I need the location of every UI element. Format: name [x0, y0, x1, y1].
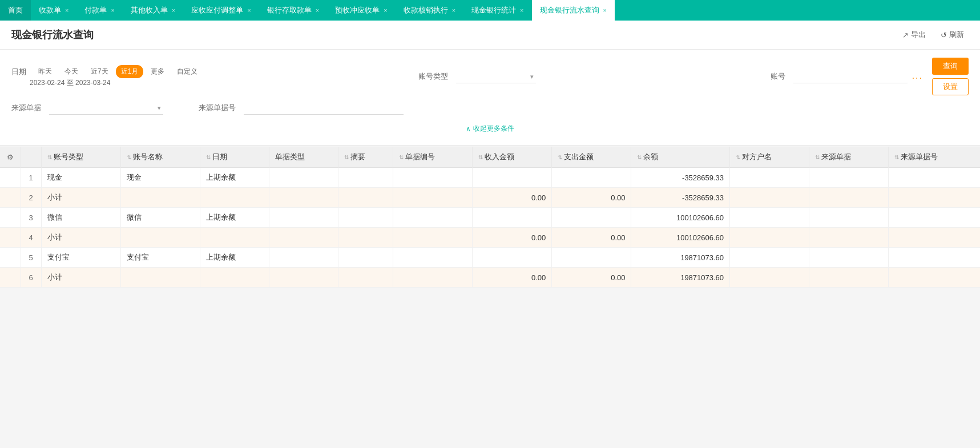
col-date[interactable]: ⇅ 日期	[200, 147, 269, 168]
more-dots-btn[interactable]: ···	[912, 73, 923, 83]
sort-icon: ⇅	[558, 154, 562, 160]
nav-collection-verify[interactable]: 收款核销执行 ×	[396, 0, 463, 21]
source-doc-select-wrapper: ▾	[49, 101, 163, 115]
table-header-row: ⚙ ⇅ 账号类型 ⇅ 账号名称 ⇅	[0, 147, 980, 168]
col-expend[interactable]: ⇅ 支出金额	[552, 147, 631, 168]
date-range-text: 2023-02-24 至 2023-03-24	[30, 79, 110, 87]
account-type-group: 账号类型 现金 微信 支付宝 银行 ▾	[418, 70, 555, 83]
nav-cash-bank-stats[interactable]: 现金银行统计 ×	[463, 0, 531, 21]
nav-payment[interactable]: 付款单 ×	[76, 0, 122, 21]
nav-other-income[interactable]: 其他收入单 ×	[123, 0, 183, 21]
action-buttons: 查询 设置	[932, 58, 969, 95]
source-doc-group: 来源单据 ▾	[11, 101, 171, 115]
col-row-num	[21, 147, 41, 168]
date-btn-7days[interactable]: 近7天	[86, 65, 114, 78]
col-source-doc[interactable]: ⇅ 来源单据	[809, 147, 889, 168]
col-balance[interactable]: ⇅ 余额	[631, 147, 730, 168]
filter-row-source: 来源单据 ▾ 来源单据号	[11, 101, 969, 115]
sort-icon: ⇅	[344, 154, 349, 160]
col-income[interactable]: ⇅ 收入金额	[473, 147, 552, 168]
nav-cash-bank-flow[interactable]: 现金银行流水查询 ×	[532, 0, 615, 21]
col-doc-type: 单据类型	[269, 147, 338, 168]
col-settings[interactable]: ⚙	[0, 147, 21, 168]
sort-icon: ⇅	[399, 154, 404, 160]
close-icon[interactable]: ×	[452, 0, 455, 21]
date-btn-yesterday[interactable]: 昨天	[33, 65, 57, 78]
collapse-bar[interactable]: ∧ 收起更多条件	[11, 120, 969, 137]
page-title: 现金银行流水查询	[11, 28, 94, 42]
page-header: 现金银行流水查询 ↗ 导出 ↺ 刷新	[0, 21, 980, 50]
col-counterpart[interactable]: ⇅ 对方户名	[730, 147, 809, 168]
date-section: 日期 昨天 今天 近7天 近1月 更多 自定义 2023-02-24 至 202…	[11, 65, 203, 88]
header-actions: ↗ 导出 ↺ 刷新	[898, 27, 969, 42]
date-label: 日期	[11, 67, 26, 77]
date-buttons: 昨天 今天 近7天 近1月 更多 自定义	[33, 65, 203, 78]
close-icon[interactable]: ×	[111, 0, 114, 21]
source-doc-select[interactable]	[49, 101, 163, 115]
col-account-type[interactable]: ⇅ 账号类型	[41, 147, 120, 168]
table-row: 4小计0.000.00100102606.60	[0, 228, 980, 248]
close-icon[interactable]: ×	[384, 0, 387, 21]
nav-receipt[interactable]: 收款单 ×	[31, 0, 76, 21]
gear-icon: ⚙	[7, 153, 14, 162]
col-source-doc-no[interactable]: ⇅ 来源单据号	[889, 147, 980, 168]
collapse-up-icon: ∧	[466, 125, 471, 133]
close-icon[interactable]: ×	[316, 0, 319, 21]
table-row: 3微信微信上期余额100102606.60	[0, 208, 980, 228]
table-row: 1现金现金上期余额-3528659.33	[0, 168, 980, 188]
sort-icon: ⇅	[736, 154, 740, 160]
export-button[interactable]: ↗ 导出	[898, 27, 930, 42]
col-doc-no[interactable]: ⇅ 单据编号	[393, 147, 472, 168]
table-body: 1现金现金上期余额-3528659.332小计0.000.00-3528659.…	[0, 168, 980, 288]
data-table: ⚙ ⇅ 账号类型 ⇅ 账号名称 ⇅	[0, 147, 980, 288]
source-doc-label: 来源单据	[11, 103, 41, 113]
account-input[interactable]	[793, 70, 908, 83]
sort-icon: ⇅	[127, 154, 131, 160]
date-btn-today[interactable]: 今天	[59, 65, 83, 78]
date-btn-more[interactable]: 更多	[146, 65, 170, 78]
date-btn-custom[interactable]: 自定义	[172, 65, 203, 78]
account-type-select-wrapper: 现金 微信 支付宝 银行 ▾	[456, 70, 536, 83]
table-row: 2小计0.000.00-3528659.33	[0, 188, 980, 208]
sort-icon: ⇅	[894, 154, 899, 160]
sort-icon: ⇅	[815, 154, 820, 160]
table-container: ⚙ ⇅ 账号类型 ⇅ 账号名称 ⇅	[0, 147, 980, 288]
filter-row-date: 日期 昨天 今天 近7天 近1月 更多 自定义 2023-02-24 至 202…	[11, 58, 969, 95]
source-doc-no-group: 来源单据号	[199, 101, 404, 115]
nav-bank-deposit[interactable]: 银行存取款单 ×	[259, 0, 327, 21]
close-icon[interactable]: ×	[65, 0, 68, 21]
nav-home[interactable]: 首页	[0, 0, 31, 21]
nav-prepay-offset[interactable]: 预收冲应收单 ×	[327, 0, 395, 21]
col-summary[interactable]: ⇅ 摘要	[338, 147, 393, 168]
source-doc-no-label: 来源单据号	[199, 103, 236, 113]
table-row: 6小计0.000.0019871073.60	[0, 268, 980, 288]
export-icon: ↗	[902, 31, 909, 39]
source-doc-no-input[interactable]	[244, 101, 404, 115]
filter-area: 日期 昨天 今天 近7天 近1月 更多 自定义 2023-02-24 至 202…	[0, 50, 980, 146]
nav-ar-ap-adjust[interactable]: 应收应付调整单 ×	[183, 0, 259, 21]
refresh-icon: ↺	[941, 31, 947, 39]
close-icon[interactable]: ×	[603, 0, 607, 21]
sort-icon: ⇅	[47, 154, 52, 160]
sort-icon: ⇅	[637, 154, 642, 160]
close-icon[interactable]: ×	[520, 0, 523, 21]
close-icon[interactable]: ×	[172, 0, 175, 21]
account-type-select[interactable]: 现金 微信 支付宝 银行	[456, 70, 536, 83]
account-label: 账号	[771, 71, 785, 82]
settings-button[interactable]: 设置	[932, 78, 969, 95]
top-navigation: 首页 收款单 × 付款单 × 其他收入单 × 应收应付调整单 × 银行存取款单 …	[0, 0, 980, 21]
account-group: 账号 ···	[771, 70, 927, 83]
sort-icon: ⇅	[206, 154, 211, 160]
refresh-button[interactable]: ↺ 刷新	[936, 27, 969, 42]
col-account-name[interactable]: ⇅ 账号名称	[120, 147, 200, 168]
query-button[interactable]: 查询	[932, 58, 969, 75]
table-row: 5支付宝支付宝上期余额19871073.60	[0, 248, 980, 268]
sort-icon: ⇅	[478, 154, 483, 160]
account-type-label: 账号类型	[418, 71, 448, 82]
close-icon[interactable]: ×	[247, 0, 251, 21]
date-btn-1month[interactable]: 近1月	[116, 65, 144, 78]
